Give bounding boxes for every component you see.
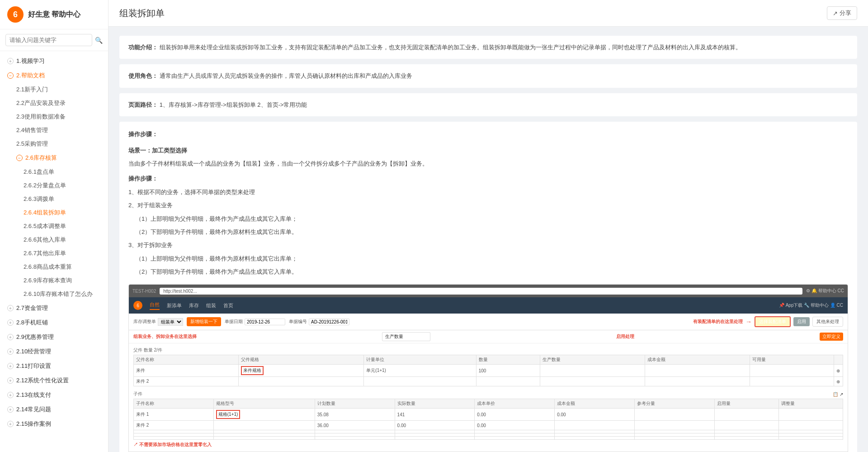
sim-zj-row2-spec [213,421,315,430]
sidebar-item-stock-error[interactable]: 2.6.10库存账本错了怎么办 [0,287,108,301]
step2-2: （2）下部明细为子件明细，最终作为原材料生成其它出库单。 [128,227,848,237]
sim-zj-row2-actual: 0.00 [395,421,475,430]
sim-address-bar: http://test.h002... [160,288,802,295]
sidebar-item-mobile[interactable]: + 2.8手机旺铺 [0,315,108,330]
sim-lower-table-area: 子件 📋 ↗ 子件名称 规格型号 计划数量 实际数量 成本单价 [129,390,848,452]
sidebar-item-ops[interactable]: + 2.10经营管理 [0,344,108,359]
step1: 1、根据不同的业务，选择不同单据的类型来处理 [128,187,848,197]
share-icon: ↗ [833,10,838,17]
main-panel: 组装拆卸单 ↗ 分享 功能介绍： 组装拆卸单用来处理企业组装或拆卸等加工业务，支… [108,0,868,452]
sim-row2-name: 来件 2 [134,377,239,386]
sim-enable-btn[interactable]: 启用 [793,317,810,326]
sim-col-prod-qty: 生产数量 [540,355,645,365]
sim-toolbar: 库存调整单 组装单 拆卸单 新增组装一下 单据日期 单据编号 [129,314,848,330]
sim-zj-row2-enable [714,421,778,430]
path-block: 页面路径： 1、库存核算->库存管理->组装拆卸单 2、首页->常用功能 [119,93,857,116]
sim-annotation1-text: 有装配清单的在这里处理 [693,319,743,325]
sidebar-item-stock-check[interactable]: 2.6.9库存账本查询 [0,274,108,287]
sim-zj-row2-amt [555,421,635,430]
expand-faq-icon: + [7,406,14,413]
sim-nav-home: 自然 [150,301,160,310]
sim-zj-row1-price: 0.00 [475,409,555,421]
sim-lower-table: 子件名称 规格型号 计划数量 实际数量 成本单价 成本金额 参考分量 启用量 调… [133,399,843,440]
step3-1: （1）上部明细为父件明细，最终作为原材料生成其它出库单； [128,253,848,264]
sidebar-item-other-in[interactable]: 2.6.6其他入库单 [0,233,108,247]
expand-onlinepay-icon: + [7,392,14,398]
search-box: 🔍 [0,29,108,51]
sidebar-item-assemble[interactable]: 2.6.4组装拆卸单 [0,206,108,219]
sidebar-item-sales[interactable]: 2.4销售管理 [0,124,108,137]
sim-nav-icons: ⚙ 🔔 帮助中心 CC [806,288,844,294]
sim-order-input[interactable] [309,319,349,325]
sim-date-field: 单据日期 [225,319,285,325]
sim-app-nav: 6 自然 新添单 库存 组装 首页 📌 App下载 🔧 帮助中心 👤 CC [129,297,848,314]
role-text: 通常由生产人员或库管人员完成拆装业务的操作，库管人员确认原材料的出库和产成品的入… [160,72,412,79]
sidebar-item-print[interactable]: + 2.11打印设置 [0,359,108,373]
search-icon[interactable]: 🔍 [95,37,103,44]
function-intro-text: 组装拆卸单用来处理企业组装或拆卸等加工业务，支持有固定装配清单的产品加工业务，也… [160,44,741,51]
sim-row2-spec [238,377,363,386]
main-header: 组装拆卸单 ↗ 分享 [108,0,868,27]
sim-row1-spec: 来件规格 [238,365,363,377]
sim-row1-qty: 100 [476,365,540,377]
sidebar-item-coupon[interactable]: + 2.9优惠券管理 [0,330,108,344]
table-row: 来件 1 规格(1+1) 35.08 141 0.00 0.00 [134,409,843,421]
sidebar-item-customize[interactable]: + 2.12系统个性化设置 [0,373,108,388]
sim-zj-row1-amt: 0.00 [555,409,635,421]
sim-col-action [834,355,843,365]
sim-top-bar: TEST-H002 http://test.h002... ⚙ 🔔 帮助中心 C… [129,285,848,297]
sidebar-item-docs[interactable]: − 2.帮助文档 [0,68,108,83]
sidebar-item-adjust[interactable]: 2.6.3调拨单 [0,192,108,206]
sim-other-btn[interactable]: 其他来处理 [812,317,843,327]
sidebar-item-purchase[interactable]: 2.5采购管理 [0,137,108,151]
sidebar-item-install[interactable]: 2.2产品安装及登录 [0,96,108,110]
sim-annotation1-area: 有装配清单的在这里处理 → 选择装配清单 启用 其他来处理 [693,316,843,327]
sidebar-item-newcomer[interactable]: 2.1新手入门 [0,83,108,96]
sidebar-item-faq[interactable]: + 2.14常见问题 [0,402,108,417]
sim-sub-header: 组装业务、拆卸业务在这里选择 生产数量 启用处理 立即定义 [129,330,848,343]
sim-zj-row1-actual: 141 [395,409,475,421]
sim-select-bom-btn[interactable]: 选择装配清单 [755,316,791,327]
sidebar-item-online-pay[interactable]: + 2.13在线支付 [0,388,108,402]
sim-row1-cost [645,365,750,377]
sidebar-item-other-out[interactable]: 2.6.7其他出库单 [0,247,108,260]
sim-zj-spec-box: 规格(1+1) [216,410,241,419]
sim-lower-header: 子件 📋 ↗ [133,391,843,397]
sidebar-item-cost-adjust[interactable]: 2.6.5成本调整单 [0,219,108,233]
sim-confirm-btn[interactable]: 立即定义 [820,333,843,341]
sim-zj-row2-adjust [778,421,843,430]
page-title: 组装拆卸单 [119,7,165,19]
logo-icon: 6 [7,6,24,23]
sim-col-unit: 计量单位 [364,355,476,365]
share-button[interactable]: ↗ 分享 [827,6,857,20]
sim-date-input[interactable] [245,319,285,325]
sidebar-item-partial-stocktake[interactable]: 2.6.2分量盘点单 [0,179,108,192]
sim-zj-row1-adjust [778,409,843,421]
sim-row1-unit: 单元(1+1) [364,365,476,377]
sidebar-item-stocktake[interactable]: 2.6.1盘点单 [0,165,108,179]
sidebar-item-finance[interactable]: + 2.7资金管理 [0,301,108,315]
sim-new-btn[interactable]: 新增组装一下 [187,317,221,326]
expand-coupon-icon: + [7,334,14,340]
sim-nav-assemble: 组装 [206,302,216,309]
sidebar-item-inventory[interactable]: − 2.6库存核算 [0,151,108,165]
sim-zj-row2-name: 来件 2 [134,421,214,430]
sidebar-item-video[interactable]: + 1.视频学习 [0,54,108,68]
ops-title: 操作步骤： [128,129,848,139]
sim-doc-type-label: 库存调整单 [133,319,156,325]
sim-nav-main: 首页 [223,302,233,309]
sidebar-item-cost-recalc[interactable]: 2.6.8商品成本重算 [0,260,108,274]
sim-qty-input[interactable] [405,334,427,339]
search-input[interactable] [5,34,92,46]
sim-address-text: TEST-H002 [132,289,156,294]
sim-annotation3-bottom: ↗ 不需要添加市场价格在这里置零乞入 [133,442,843,448]
sim-col-cost-amt: 成本金额 [555,399,635,409]
screenshot-container: TEST-H002 http://test.h002... ⚙ 🔔 帮助中心 C… [128,284,848,452]
scene1-desc: 当由多个子件材料组装成一个成品的业务为【组装】业务，当由一个父件拆分成多个子产品… [128,158,848,169]
sidebar-item-cases[interactable]: + 2.15操作案例 [0,417,108,431]
sidebar-item-prepare[interactable]: 2.3使用前数据准备 [0,110,108,124]
sim-doc-type-select[interactable]: 组装单 拆卸单 [158,318,183,326]
sim-row2-cost [645,377,750,386]
expand-customize-icon: + [7,377,14,384]
sim-nav-new: 新添单 [167,302,182,309]
